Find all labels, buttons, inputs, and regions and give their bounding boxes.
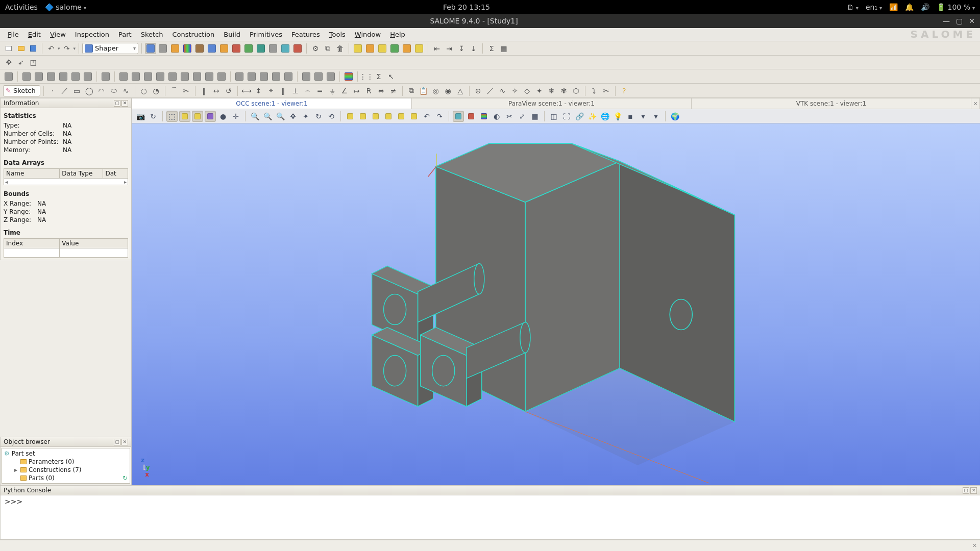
- cn-dist-icon[interactable]: ↦: [351, 85, 362, 96]
- keyboard-layout[interactable]: en₁: [866, 3, 882, 11]
- statusbar-close-icon[interactable]: ✕: [972, 542, 977, 549]
- undo-button[interactable]: ↶: [45, 43, 57, 54]
- col-dtype[interactable]: Data Type: [60, 169, 103, 179]
- occ-viewport[interactable]: z ⌊y x: [132, 123, 980, 485]
- sk-fillet-icon[interactable]: ⌒: [168, 85, 180, 96]
- vt-clock-icon[interactable]: ↷: [434, 111, 445, 122]
- prim-9-icon[interactable]: [216, 71, 227, 82]
- vt-front-icon[interactable]: [345, 111, 356, 122]
- vt-grad-icon[interactable]: ▦: [529, 111, 541, 122]
- vt-stereo-icon[interactable]: [478, 111, 489, 122]
- prim-torus-icon[interactable]: [167, 71, 178, 82]
- plane-tool-icon[interactable]: ◳: [28, 57, 39, 68]
- sk-line-icon[interactable]: ／: [59, 85, 70, 96]
- vt-light-icon[interactable]: 💡: [612, 111, 623, 122]
- sk-t9-icon[interactable]: ✾: [558, 85, 570, 96]
- battery-indicator[interactable]: 🔋 100 %: [937, 3, 975, 11]
- prim-cone-icon[interactable]: [155, 71, 166, 82]
- sk-trans-icon[interactable]: ↔: [211, 85, 222, 96]
- cn-parallel-icon[interactable]: ∥: [278, 85, 289, 96]
- tree-item-constructions[interactable]: ▸Constructions (7): [4, 466, 128, 474]
- vt-triad2-icon[interactable]: ✛: [230, 111, 241, 122]
- vt-split-icon[interactable]: ◫: [548, 111, 559, 122]
- cn-fix-icon[interactable]: ⏚: [327, 85, 338, 96]
- module-11-icon[interactable]: [280, 43, 291, 54]
- redo-button[interactable]: ↷: [61, 43, 72, 54]
- vt-fitall-icon[interactable]: 🔍: [249, 111, 260, 122]
- build-8-icon[interactable]: [100, 71, 111, 82]
- activities-button[interactable]: Activities: [5, 3, 38, 11]
- open-doc-button[interactable]: [15, 43, 27, 54]
- vt-max-icon[interactable]: ⛶: [561, 111, 572, 122]
- vt-m2-icon[interactable]: ▾: [638, 111, 649, 122]
- build-7-icon[interactable]: [82, 71, 93, 82]
- app-menu[interactable]: 🔷 salome: [45, 3, 86, 11]
- menu-tools[interactable]: Tools: [325, 29, 350, 40]
- module-12-icon[interactable]: [292, 43, 303, 54]
- sk-spline-icon[interactable]: ∿: [120, 85, 132, 96]
- module-6-icon[interactable]: [218, 43, 230, 54]
- minimize-button[interactable]: —: [943, 17, 950, 25]
- dock-close-icon[interactable]: ✕: [121, 439, 128, 445]
- vt-top-icon[interactable]: [370, 111, 381, 122]
- tree-item-parts[interactable]: Parts (0) ↻: [4, 474, 128, 482]
- vt-globalpan-icon[interactable]: ✦: [300, 111, 311, 122]
- module-7-icon[interactable]: [231, 43, 242, 54]
- vt-select-face-icon[interactable]: [192, 111, 203, 122]
- menu-inspection[interactable]: Inspection: [70, 29, 114, 40]
- vt-select-ball-icon[interactable]: ●: [217, 111, 229, 122]
- mesh-2-icon[interactable]: [246, 71, 257, 82]
- vt-right-icon[interactable]: [408, 111, 420, 122]
- menu-primitives[interactable]: Primitives: [245, 29, 287, 40]
- vt-env-icon[interactable]: 🌐: [599, 111, 610, 122]
- build-2-icon[interactable]: [21, 71, 32, 82]
- vt-clipping-icon[interactable]: ✂: [504, 111, 515, 122]
- col-index[interactable]: Index: [4, 239, 60, 248]
- mesh-3-icon[interactable]: [258, 71, 270, 82]
- sk-arc-icon[interactable]: ◠: [96, 85, 107, 96]
- vt-scaling-icon[interactable]: ⤢: [517, 111, 528, 122]
- vt-select-edge-icon[interactable]: [179, 111, 190, 122]
- sk-t3-icon[interactable]: ／: [485, 85, 496, 96]
- nav-export-icon[interactable]: ↧: [456, 43, 467, 54]
- vt-rotate-icon[interactable]: ↻: [313, 111, 324, 122]
- vt-persp-icon[interactable]: [465, 111, 477, 122]
- group-1-icon[interactable]: [301, 71, 312, 82]
- module-shaper-icon[interactable]: [145, 43, 156, 54]
- close-button[interactable]: ✕: [969, 17, 975, 25]
- module-geom-icon[interactable]: [157, 43, 168, 54]
- cn-vert-icon[interactable]: ↕: [253, 85, 264, 96]
- dock-close-icon[interactable]: ✕: [970, 487, 977, 494]
- menu-view[interactable]: View: [45, 29, 70, 40]
- vt-memory-icon[interactable]: ◐: [491, 111, 502, 122]
- vt-select-vertex-icon[interactable]: ⬚: [166, 111, 178, 122]
- maximize-button[interactable]: ▢: [956, 17, 963, 25]
- sk-trim-icon[interactable]: ✂: [181, 85, 192, 96]
- cn-perp-icon[interactable]: ⊥: [290, 85, 301, 96]
- sk-sel-icon[interactable]: ◉: [443, 85, 454, 96]
- prim-box-icon[interactable]: [118, 71, 129, 82]
- group-2-icon[interactable]: [313, 71, 324, 82]
- cursor-icon[interactable]: ↖: [385, 71, 397, 82]
- sk-c2-icon[interactable]: ◔: [151, 85, 162, 96]
- sketch-button[interactable]: ✎ Sketch: [3, 85, 40, 96]
- clock[interactable]: Feb 20 13:15: [443, 3, 490, 11]
- group-3-icon[interactable]: [325, 71, 336, 82]
- cn-10-icon[interactable]: ≠: [388, 85, 399, 96]
- tray-indicator-icon[interactable]: 🗎: [847, 3, 859, 11]
- tree-root[interactable]: ⚙Part set: [4, 449, 128, 458]
- prim-7-icon[interactable]: [191, 71, 203, 82]
- sigma2-icon[interactable]: Σ: [373, 71, 384, 82]
- menu-file[interactable]: File: [3, 29, 23, 40]
- sk-c1-icon[interactable]: ○: [138, 85, 150, 96]
- point-tool-icon[interactable]: ✥: [3, 57, 14, 68]
- vt-zoom-icon[interactable]: 🔍: [275, 111, 286, 122]
- module-9-icon[interactable]: [255, 43, 266, 54]
- vt-dump-icon[interactable]: 📷: [135, 111, 146, 122]
- feat-fuse-icon[interactable]: [389, 43, 400, 54]
- module-8-icon[interactable]: [243, 43, 254, 54]
- data-arrays-scrollbar[interactable]: ◂▸: [4, 178, 128, 185]
- sk-t2-icon[interactable]: ⊕: [473, 85, 484, 96]
- sk-rot-icon[interactable]: ↺: [223, 85, 234, 96]
- mesh-5-icon[interactable]: [283, 71, 294, 82]
